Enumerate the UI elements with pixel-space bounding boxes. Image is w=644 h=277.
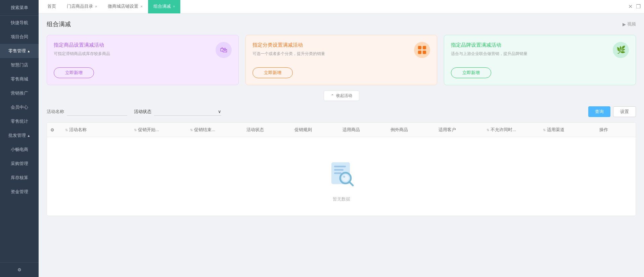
gear-icon: ⚙ bbox=[17, 267, 21, 272]
sidebar-item-quick-nav[interactable]: 快捷导航 bbox=[0, 16, 39, 30]
chevron-down-icon: ∨ bbox=[218, 109, 221, 114]
tab-wechat-store[interactable]: 微商城店铺设置 × bbox=[102, 0, 148, 13]
sidebar-item-inventory[interactable]: 库存核算 bbox=[0, 171, 39, 185]
close-icon[interactable]: × bbox=[95, 4, 97, 8]
sidebar-item-project-contract[interactable]: 项目合同 bbox=[0, 30, 39, 44]
activity-name-input[interactable] bbox=[67, 108, 127, 116]
chevron-down-icon: ▲ bbox=[27, 134, 31, 137]
brand-card-title: 指定品牌设置满减活动 bbox=[451, 42, 629, 48]
sidebar-item-label: 快捷导航 bbox=[11, 20, 28, 26]
th-activity-name: ⇅ 活动名称 bbox=[62, 123, 131, 137]
category-card-desc: 可选一个或者多个分类，提升分类的销量 bbox=[252, 51, 430, 62]
tab-home-label: 首页 bbox=[47, 3, 56, 9]
sort-icon[interactable]: ⇅ bbox=[543, 128, 546, 132]
sort-icon[interactable]: ⇅ bbox=[190, 128, 193, 132]
th-end: ⇅ 促销结束... bbox=[187, 123, 243, 137]
tab-store-catalog[interactable]: 门店商品目录 × bbox=[61, 0, 102, 13]
svg-point-11 bbox=[343, 176, 345, 178]
sidebar-item-label: 智慧门店 bbox=[11, 62, 28, 68]
bag-icon: 🛍 bbox=[216, 42, 232, 58]
svg-rect-1 bbox=[423, 46, 426, 49]
activity-name-label: 活动名称 bbox=[47, 109, 64, 115]
svg-rect-3 bbox=[423, 51, 426, 54]
sidebar-item-label: 营销推广 bbox=[11, 90, 28, 96]
tab-actions: ✕ ❐ bbox=[628, 3, 641, 10]
sidebar-item-xiao-ecommerce[interactable]: 小畅电商 bbox=[0, 143, 39, 157]
tab-wechat-store-label: 微商城店铺设置 bbox=[108, 3, 138, 9]
data-table: ⚙ ⇅ 活动名称 ⇅ 促销开始... ⇅ 促销结束... 活动状态 bbox=[47, 122, 636, 216]
th-except: 例外商品 bbox=[387, 123, 435, 137]
collapse-button[interactable]: ⌃ 收起活动 bbox=[324, 91, 359, 101]
sidebar-item-wholesale-mgmt[interactable]: 批发管理 ▲ bbox=[0, 128, 39, 143]
cards-row: 指定商品设置满减活动 🛍 可指定滞销商品或库存较多商品 立即新增 指定分类设置满… bbox=[47, 35, 636, 85]
svg-rect-6 bbox=[334, 169, 343, 171]
sidebar-item-label: 零售统计 bbox=[11, 118, 28, 124]
search-actions: 查询 设置 bbox=[588, 106, 636, 117]
sort-icon[interactable]: ⇅ bbox=[487, 128, 489, 132]
sidebar-item-marketing[interactable]: 营销推广 bbox=[0, 86, 39, 100]
query-button[interactable]: 查询 bbox=[588, 106, 610, 117]
svg-rect-0 bbox=[418, 46, 421, 49]
collapse-label: 收起活动 bbox=[336, 93, 352, 99]
svg-rect-7 bbox=[334, 172, 341, 174]
video-label: 视频 bbox=[627, 21, 636, 27]
tab-bar: 首页 门店商品目录 × 微商城店铺设置 × 组合满减 × ✕ ❐ bbox=[39, 0, 644, 13]
sidebar-item-label: 资金管理 bbox=[11, 189, 28, 195]
sidebar-search[interactable]: 搜索菜单 bbox=[0, 0, 39, 16]
chevron-up-icon: ▲ bbox=[27, 49, 31, 53]
tab-combo-discount-label: 组合满减 bbox=[153, 3, 171, 9]
th-gear[interactable]: ⚙ bbox=[47, 123, 62, 136]
empty-illustration bbox=[325, 157, 358, 191]
th-goods: 适用商品 bbox=[339, 123, 387, 137]
page-header: 组合满减 ▶ 视频 bbox=[47, 20, 636, 28]
svg-rect-5 bbox=[334, 166, 346, 167]
table-header: ⚙ ⇅ 活动名称 ⇅ 促销开始... ⇅ 促销结束... 活动状态 bbox=[47, 123, 636, 137]
th-channel: ⇅ 适用渠道 bbox=[540, 123, 596, 137]
play-icon: ▶ bbox=[623, 22, 626, 27]
th-notsame: ⇅ 不允许同时... bbox=[483, 123, 540, 137]
brand-card: 指定品牌设置满减活动 🌿 适合与上游企业联合做营销，提升品牌销量 立即新增 bbox=[444, 35, 636, 85]
sidebar-item-label: 零售商城 bbox=[11, 76, 28, 82]
grid-icon bbox=[414, 42, 430, 58]
sort-icon[interactable]: ⇅ bbox=[134, 128, 137, 132]
activity-status-label: 活动状态 bbox=[134, 109, 151, 115]
sidebar-item-retail-stats[interactable]: 零售统计 bbox=[0, 114, 39, 128]
th-rule: 促销规则 bbox=[291, 123, 339, 137]
tab-combo-discount[interactable]: 组合满减 × bbox=[148, 0, 180, 13]
sidebar-item-label: 小畅电商 bbox=[11, 147, 28, 153]
leaf-icon: 🌿 bbox=[613, 42, 629, 58]
th-start: ⇅ 促销开始... bbox=[131, 123, 187, 137]
tab-store-catalog-label: 门店商品目录 bbox=[67, 3, 93, 9]
sidebar-item-finance[interactable]: 资金管理 bbox=[0, 185, 39, 199]
category-card-add-button[interactable]: 立即新增 bbox=[252, 67, 293, 78]
maximize-icon[interactable]: ❐ bbox=[636, 3, 641, 10]
minimize-icon[interactable]: ✕ bbox=[628, 3, 633, 10]
product-card-add-button[interactable]: 立即新增 bbox=[54, 67, 94, 78]
video-link[interactable]: ▶ 视频 bbox=[623, 21, 636, 27]
sidebar-item-retail-mall[interactable]: 零售商城 bbox=[0, 72, 39, 86]
th-status: 活动状态 bbox=[243, 123, 291, 137]
empty-text: 暂无数据 bbox=[333, 196, 350, 202]
sidebar-item-retail-mgmt[interactable]: 零售管理 ▲ bbox=[0, 44, 39, 58]
product-card: 指定商品设置满减活动 🛍 可指定滞销商品或库存较多商品 立即新增 bbox=[47, 35, 239, 85]
settings-button[interactable]: 设置 bbox=[613, 106, 636, 117]
product-card-title: 指定商品设置满减活动 bbox=[54, 42, 232, 48]
activity-name-field: 活动名称 bbox=[47, 108, 127, 116]
sort-icon[interactable]: ⇅ bbox=[65, 128, 68, 132]
collapse-row: ⌃ 收起活动 bbox=[47, 91, 636, 101]
product-card-desc: 可指定滞销商品或库存较多商品 bbox=[54, 51, 232, 62]
close-icon[interactable]: × bbox=[140, 4, 142, 8]
category-card: 指定分类设置满减活动 可选一个或者多个分类，提升分类的销量 立即新增 bbox=[245, 35, 438, 85]
content-area: 组合满减 ▶ 视频 指定商品设置满减活动 🛍 可指定滞销商品或库存较多商品 立即… bbox=[39, 13, 644, 277]
empty-state: 暂无数据 bbox=[47, 137, 636, 216]
activity-status-select[interactable]: ∨ bbox=[154, 108, 221, 116]
brand-card-add-button[interactable]: 立即新增 bbox=[451, 67, 491, 78]
tab-home[interactable]: 首页 bbox=[42, 0, 61, 13]
close-icon[interactable]: × bbox=[173, 4, 175, 8]
sidebar-item-label: 采购管理 bbox=[11, 161, 28, 167]
th-action: 操作 bbox=[596, 123, 636, 137]
sidebar-item-purchase-mgmt[interactable]: 采购管理 bbox=[0, 157, 39, 171]
sidebar-item-smart-store[interactable]: 智慧门店 bbox=[0, 58, 39, 72]
sidebar-item-member-center[interactable]: 会员中心 bbox=[0, 100, 39, 114]
sidebar-settings[interactable]: ⚙ bbox=[0, 262, 39, 277]
